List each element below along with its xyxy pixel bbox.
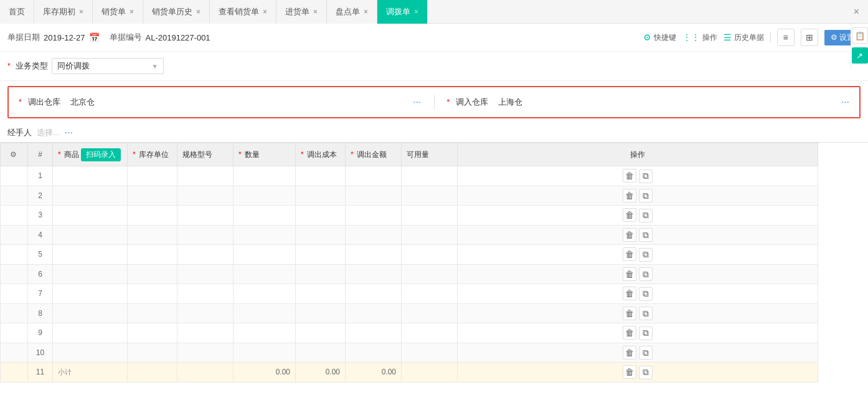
row-unit-cell[interactable] [128, 264, 177, 284]
business-type-select[interactable]: 同价调拨 ▼ [52, 58, 164, 74]
row-cost-cell[interactable] [296, 303, 346, 323]
row-amount-cell[interactable] [346, 264, 402, 284]
close-tab-purchase[interactable]: × [313, 7, 318, 16]
close-tab-stocktake[interactable]: × [364, 7, 368, 16]
row-qty-cell[interactable] [234, 166, 296, 186]
row-unit-cell[interactable] [128, 206, 177, 226]
row-avail-cell[interactable] [402, 225, 458, 245]
row-delete-icon[interactable]: 🗑 [623, 307, 636, 320]
row-spec-cell[interactable] [177, 206, 234, 226]
row-unit-cell[interactable] [128, 166, 177, 186]
row-cost-cell[interactable] [296, 284, 346, 304]
row-copy-icon[interactable]: ⧉ [639, 267, 653, 281]
row-copy-icon[interactable]: ⧉ [639, 169, 653, 183]
row-spec-cell[interactable] [177, 264, 234, 284]
close-tab-transfer[interactable]: × [414, 7, 418, 16]
close-tab-inventory-init[interactable]: × [79, 7, 83, 16]
row-delete-icon[interactable]: 🗑 [623, 287, 636, 300]
close-tab-sales-order[interactable]: × [130, 7, 134, 16]
row-amount-cell[interactable] [346, 225, 402, 245]
row-copy-icon[interactable]: ⧉ [639, 189, 653, 202]
row-cost-cell[interactable] [296, 166, 346, 186]
row-cost-cell[interactable] [296, 264, 346, 284]
gear-settings-icon[interactable]: ⚙ [6, 147, 21, 162]
row-copy-icon[interactable]: ⧉ [639, 307, 653, 320]
row-spec-cell[interactable] [177, 225, 234, 245]
row-spec-cell[interactable] [177, 166, 234, 186]
row-unit-cell[interactable] [128, 343, 177, 363]
sidebar-notes-button[interactable]: 📋 [852, 27, 868, 44]
row-qty-cell[interactable] [234, 303, 296, 323]
row-amount-cell[interactable] [346, 323, 402, 343]
row-spec-cell[interactable] [177, 186, 234, 206]
row-avail-cell[interactable] [402, 166, 458, 186]
row-amount-cell[interactable] [346, 186, 402, 206]
tab-home[interactable]: 首页 [0, 0, 34, 24]
subtotal-copy-icon[interactable]: ⧉ [639, 366, 653, 379]
row-goods-cell[interactable] [53, 225, 128, 245]
scan-button[interactable]: 扫码录入 [81, 148, 121, 161]
row-qty-cell[interactable] [234, 225, 296, 245]
row-copy-icon[interactable]: ⧉ [639, 346, 653, 359]
row-copy-icon[interactable]: ⧉ [639, 228, 653, 242]
row-amount-cell[interactable] [346, 303, 402, 323]
row-qty-cell[interactable] [234, 323, 296, 343]
tab-stocktake[interactable]: 盘点单 × [327, 0, 377, 24]
row-cost-cell[interactable] [296, 206, 346, 226]
row-unit-cell[interactable] [128, 225, 177, 245]
row-delete-icon[interactable]: 🗑 [623, 346, 636, 359]
row-spec-cell[interactable] [177, 323, 234, 343]
row-avail-cell[interactable] [402, 323, 458, 343]
row-qty-cell[interactable] [234, 343, 296, 363]
row-delete-icon[interactable]: 🗑 [623, 267, 636, 281]
history-button[interactable]: ☰ 历史单据 [724, 32, 764, 43]
col-gear-header[interactable]: ⚙ [1, 143, 28, 166]
row-delete-icon[interactable]: 🗑 [623, 247, 636, 261]
close-tab-view-sales[interactable]: × [263, 7, 267, 16]
row-unit-cell[interactable] [128, 284, 177, 304]
row-avail-cell[interactable] [402, 186, 458, 206]
person-select[interactable]: 选择... [37, 127, 60, 138]
row-goods-cell[interactable] [53, 284, 128, 304]
row-copy-icon[interactable]: ⧉ [639, 326, 653, 340]
row-spec-cell[interactable] [177, 343, 234, 363]
row-copy-icon[interactable]: ⧉ [639, 287, 653, 301]
tab-transfer[interactable]: 调拨单 × [377, 0, 428, 24]
row-delete-icon[interactable]: 🗑 [623, 189, 636, 202]
close-tab-sales-history[interactable]: × [196, 7, 200, 16]
row-delete-icon[interactable]: 🗑 [623, 228, 636, 242]
row-avail-cell[interactable] [402, 264, 458, 284]
row-goods-cell[interactable] [53, 343, 128, 363]
shortcut-button[interactable]: ⚙ 快捷键 [643, 32, 676, 43]
person-more-button[interactable]: ··· [65, 127, 73, 138]
row-delete-icon[interactable]: 🗑 [623, 169, 636, 183]
grid-view-button[interactable]: ⊞ [801, 29, 818, 46]
operations-button[interactable]: ⋮⋮ 操作 [682, 32, 717, 43]
in-warehouse-more-button[interactable]: ··· [841, 97, 849, 108]
tab-inventory-init[interactable]: 库存期初 × [34, 0, 93, 24]
row-spec-cell[interactable] [177, 284, 234, 304]
row-delete-icon[interactable]: 🗑 [623, 326, 636, 340]
row-amount-cell[interactable] [346, 284, 402, 304]
tab-view-sales[interactable]: 查看销货单 × [210, 0, 276, 24]
row-qty-cell[interactable] [234, 284, 296, 304]
row-goods-cell[interactable] [53, 245, 128, 265]
row-amount-cell[interactable] [346, 206, 402, 226]
row-qty-cell[interactable] [234, 264, 296, 284]
row-unit-cell[interactable] [128, 186, 177, 206]
row-goods-cell[interactable] [53, 206, 128, 226]
row-avail-cell[interactable] [402, 284, 458, 304]
close-window-button[interactable]: × [845, 6, 868, 17]
list-view-button[interactable]: ≡ [777, 29, 795, 46]
row-cost-cell[interactable] [296, 343, 346, 363]
row-avail-cell[interactable] [402, 245, 458, 265]
row-amount-cell[interactable] [346, 245, 402, 265]
row-qty-cell[interactable] [234, 206, 296, 226]
row-amount-cell[interactable] [346, 343, 402, 363]
row-copy-icon[interactable]: ⧉ [639, 248, 653, 262]
row-unit-cell[interactable] [128, 303, 177, 323]
row-avail-cell[interactable] [402, 303, 458, 323]
tab-purchase[interactable]: 进货单 × [276, 0, 327, 24]
row-goods-cell[interactable] [53, 264, 128, 284]
row-cost-cell[interactable] [296, 245, 346, 265]
